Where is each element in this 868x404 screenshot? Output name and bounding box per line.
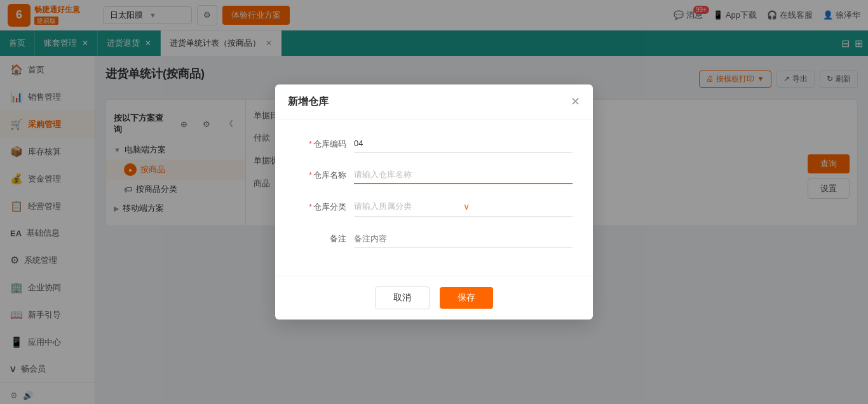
category-dropdown-arrow: ∨ (463, 201, 573, 212)
code-label: 仓库编码 (295, 138, 346, 150)
category-select[interactable]: 请输入所属分类 ∨ (354, 197, 573, 217)
category-label: 仓库分类 (295, 201, 346, 213)
modal-footer: 取消 保存 (275, 276, 593, 320)
name-form-row: 仓库名称 (295, 166, 573, 184)
modal-title: 新增仓库 (288, 95, 329, 109)
code-input[interactable] (354, 135, 573, 153)
modal-header: 新增仓库 ✕ (275, 84, 593, 119)
modal-close-button[interactable]: ✕ (571, 95, 580, 109)
code-form-row: 仓库编码 (295, 135, 573, 153)
name-input[interactable] (354, 166, 573, 184)
category-form-row: 仓库分类 请输入所属分类 ∨ (295, 197, 573, 217)
note-label: 备注 (295, 233, 346, 245)
note-input[interactable] (354, 230, 573, 248)
name-label: 仓库名称 (295, 170, 346, 181)
add-warehouse-modal: 新增仓库 ✕ 仓库编码 仓库名称 仓库分类 请输入所属分类 ∨ (275, 84, 593, 320)
modal-overlay[interactable]: 新增仓库 ✕ 仓库编码 仓库名称 仓库分类 请输入所属分类 ∨ (0, 0, 868, 404)
save-button[interactable]: 保存 (440, 287, 493, 309)
modal-body: 仓库编码 仓库名称 仓库分类 请输入所属分类 ∨ 备注 (275, 119, 593, 276)
cancel-button[interactable]: 取消 (375, 286, 430, 309)
note-form-row: 备注 (295, 230, 573, 248)
